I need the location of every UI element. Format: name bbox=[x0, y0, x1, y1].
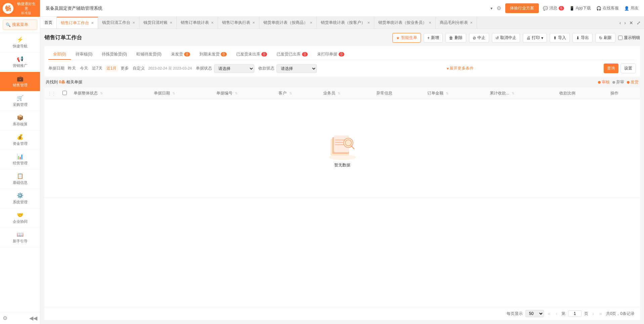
th-status-sort-icon[interactable]: ⇅ bbox=[100, 91, 103, 95]
query-button[interactable]: 查询 bbox=[604, 64, 618, 73]
online-service-action[interactable]: 🎧 在线客服 bbox=[596, 5, 619, 11]
tab-sales-exec[interactable]: 销售订单执行表 ✕ bbox=[218, 17, 259, 29]
page-number-input[interactable] bbox=[568, 310, 582, 317]
select-all-checkbox[interactable] bbox=[62, 91, 67, 95]
last-page-btn[interactable]: » bbox=[598, 310, 603, 317]
tabs-close-all-btn[interactable]: ✕ bbox=[628, 19, 635, 26]
tab-cash-reconcile-close[interactable]: ✕ bbox=[170, 21, 172, 25]
date-btn-7days[interactable]: 近7天 bbox=[91, 65, 104, 72]
search-menu-button[interactable]: 🔍 搜索菜单 bbox=[3, 19, 37, 30]
th-date-sort-icon[interactable]: ⇅ bbox=[172, 91, 175, 95]
sidebar-collapse-button[interactable]: ◀◀ bbox=[29, 315, 37, 321]
th-customer-sort-icon[interactable]: ⇅ bbox=[289, 91, 292, 95]
sidebar-item-operations[interactable]: 📊 经营管理 bbox=[0, 150, 40, 169]
message-action[interactable]: 💬 消息 6 bbox=[543, 5, 564, 11]
filter-tab-pending-review[interactable]: 待审核(0) bbox=[71, 49, 97, 60]
date-btn-custom[interactable]: 自定义 bbox=[131, 65, 146, 72]
date-btn-yesterday[interactable]: 昨天 bbox=[67, 65, 77, 72]
tab-sales-stats-staff[interactable]: 销货单统计表（按业务员） ✕ bbox=[374, 17, 436, 29]
import-button[interactable]: ⬆ 导入 bbox=[550, 33, 570, 43]
filter-tab-not-shipped[interactable]: 未发货 0 bbox=[166, 49, 195, 60]
tab-sales-exec-close[interactable]: ✕ bbox=[252, 21, 255, 25]
revoke-button[interactable]: 弃审 bbox=[612, 79, 624, 85]
print-button[interactable]: 🖨 打印 ▾ bbox=[523, 33, 547, 43]
page-size-select[interactable]: 10 20 50 100 bbox=[525, 310, 544, 317]
cancel-stop-button[interactable]: ↺ 取消中止 bbox=[492, 33, 520, 43]
th-number-sort-icon[interactable]: ⇅ bbox=[235, 91, 238, 95]
th-amount-sort-icon[interactable]: ⇅ bbox=[446, 91, 448, 95]
refresh-button[interactable]: ↻ 刷新 bbox=[595, 33, 615, 43]
ship-label: 发货 bbox=[631, 79, 639, 85]
tabs-next-btn[interactable]: › bbox=[623, 19, 627, 26]
tab-sales-stats-product-close[interactable]: ✕ bbox=[310, 21, 312, 25]
tabs-maximize-btn[interactable]: ⤢ bbox=[635, 19, 642, 26]
filter-tab-shipped-out[interactable]: 已发货已出库 0 bbox=[272, 49, 312, 60]
tab-cash-reconcile[interactable]: 钱货日清对账 ✕ bbox=[139, 17, 177, 29]
sidebar-item-purchase[interactable]: 🛒 采购管理 bbox=[0, 91, 40, 111]
filter-tab-overdue[interactable]: 到期未发货 0 bbox=[195, 49, 231, 60]
topbar: 装备及固定资产辅助管理系统 ▾ ⚙ 体验行业方案 💬 消息 6 📱 App下载 … bbox=[40, 0, 644, 17]
tab-margin-analysis[interactable]: 商品毛利分析表 ✕ bbox=[436, 17, 477, 29]
user-action[interactable]: 👤 用友 bbox=[624, 5, 639, 11]
tab-home[interactable]: 首页 bbox=[40, 17, 57, 29]
expand-conditions-btn[interactable]: ▾ 展开更多条件 bbox=[447, 66, 474, 71]
prev-page-btn[interactable]: ‹ bbox=[555, 310, 559, 317]
tab-sales-stats-customer-close[interactable]: ✕ bbox=[367, 21, 370, 25]
next-page-btn[interactable]: › bbox=[591, 310, 595, 317]
payment-select[interactable]: 请选择 bbox=[276, 64, 317, 73]
tab-margin-analysis-close[interactable]: ✕ bbox=[470, 21, 473, 25]
sidebar-item-inventory[interactable]: 📦 库存核算 bbox=[0, 111, 40, 130]
th-action: 操作 bbox=[607, 88, 640, 99]
first-page-btn[interactable]: « bbox=[547, 310, 552, 317]
sidebar-settings-button[interactable]: ⚙ bbox=[3, 315, 7, 321]
show-detail-checkbox-label[interactable]: 显示明细 bbox=[618, 35, 640, 41]
tab-sales-stats-customer[interactable]: 销货单统计表（按客户） ✕ bbox=[317, 17, 374, 29]
filter-settings-button[interactable]: 设置 bbox=[620, 64, 636, 73]
th-staff-sort-icon[interactable]: ⇅ bbox=[338, 91, 340, 95]
sidebar-item-sales[interactable]: 💼 销售管理 bbox=[0, 72, 40, 91]
tab-sales-stats-close[interactable]: ✕ bbox=[211, 21, 214, 25]
date-btn-more[interactable]: 更多 bbox=[119, 65, 130, 72]
topbar-settings-icon[interactable]: ⚙ bbox=[497, 5, 501, 11]
sidebar-item-system[interactable]: ⚙️ 系统管理 bbox=[0, 189, 40, 208]
sidebar-item-basic-info[interactable]: 📋 基础信息 bbox=[0, 169, 40, 189]
th-collected-sort-icon[interactable]: ⇅ bbox=[512, 91, 514, 95]
ship-dot bbox=[627, 81, 630, 84]
sidebar-item-marketing[interactable]: 📢 营销推广 bbox=[0, 52, 40, 72]
tab-sales-stats-staff-close[interactable]: ✕ bbox=[429, 21, 431, 25]
filter-row: 单据日期 昨天 今天 近7天 近1月 更多 自定义 2023-02-24 至 2… bbox=[48, 64, 636, 73]
filter-tab-not-printed[interactable]: 未打印单据 0 bbox=[312, 49, 349, 60]
tabs-prev-btn[interactable]: ‹ bbox=[618, 19, 622, 26]
empty-illustration bbox=[322, 129, 362, 162]
tab-sales-workbench-close[interactable]: ✕ bbox=[91, 21, 94, 25]
audit-button[interactable]: 审核 bbox=[598, 79, 610, 85]
show-detail-checkbox[interactable] bbox=[618, 36, 622, 40]
app-download-action[interactable]: 📱 App下载 bbox=[569, 5, 591, 11]
date-btn-1month[interactable]: 近1月 bbox=[105, 65, 118, 72]
sidebar-item-quick-nav[interactable]: ⚡ 快捷导航 bbox=[0, 33, 40, 52]
tab-sales-workbench[interactable]: 销售订单工作台 ✕ bbox=[57, 17, 98, 29]
export-button[interactable]: ⬇ 导出 bbox=[572, 33, 593, 43]
tab-cash-daily-close[interactable]: ✕ bbox=[132, 21, 135, 25]
filter-tab-all[interactable]: 全部(0) bbox=[48, 49, 71, 60]
show-detail-label: 显示明细 bbox=[624, 35, 640, 41]
filter-tab-wangpu[interactable]: 旺铺待发货(0) bbox=[132, 49, 166, 60]
system-dropdown[interactable]: ▾ bbox=[490, 6, 492, 11]
delete-button[interactable]: 🗑 删除 bbox=[445, 33, 466, 43]
industry-btn[interactable]: 体验行业方案 bbox=[505, 3, 539, 13]
stop-button[interactable]: ⊘ 中止 bbox=[469, 33, 489, 43]
tabs-nav: ‹ › ✕ ⤢ bbox=[616, 19, 644, 26]
filter-tab-pending-inspect[interactable]: 待拣货验货(0) bbox=[97, 49, 132, 60]
sidebar-item-finance[interactable]: 💰 资金管理 bbox=[0, 130, 40, 150]
ship-button[interactable]: 发货 bbox=[627, 79, 639, 85]
add-button[interactable]: + 新增 bbox=[424, 33, 443, 43]
sidebar-item-guide[interactable]: 📖 新手引导 bbox=[0, 228, 40, 247]
tab-sales-stats-product[interactable]: 销货单统计表（按商品） ✕ bbox=[259, 17, 317, 29]
tab-cash-daily[interactable]: 钱货日清工作台 ✕ bbox=[98, 17, 139, 29]
sidebar-item-enterprise[interactable]: 🤝 企业协同 bbox=[0, 208, 40, 228]
tab-sales-stats[interactable]: 销售订单统计表 ✕ bbox=[177, 17, 218, 29]
date-btn-today[interactable]: 今天 bbox=[79, 65, 89, 72]
smart-create-button[interactable]: ★ 智能生单 bbox=[392, 33, 421, 43]
filter-tab-shipped-not-out[interactable]: 已发货未出库 0 bbox=[231, 49, 272, 60]
status-select[interactable]: 请选择 bbox=[214, 64, 254, 73]
